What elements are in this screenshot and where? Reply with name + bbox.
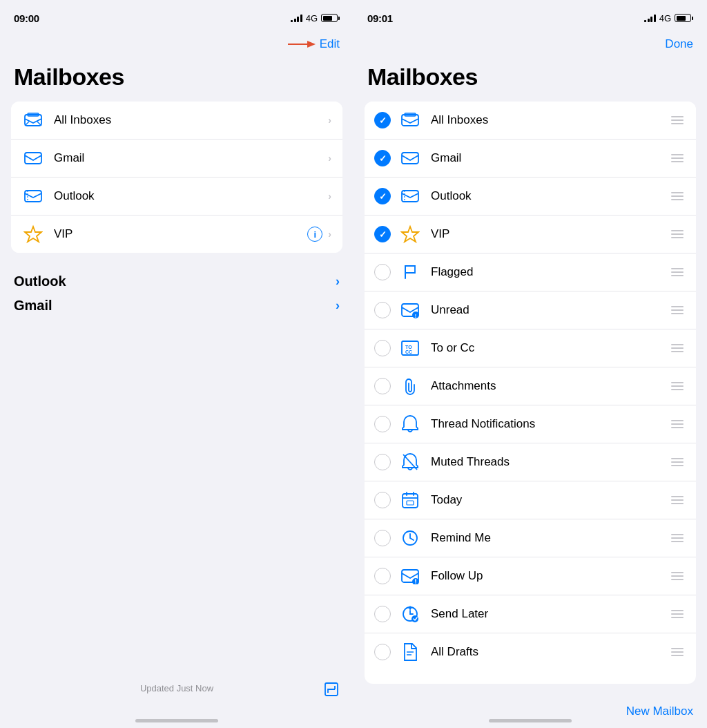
all-drafts-icon <box>399 642 421 662</box>
svg-point-28 <box>411 615 418 622</box>
svg-rect-21 <box>407 501 414 505</box>
check-attachments[interactable] <box>374 378 391 394</box>
battery-icon-right <box>675 14 693 22</box>
edit-item-thread-notifications[interactable]: Thread Notifications <box>365 405 696 443</box>
remind-icon <box>399 528 421 548</box>
drag-handle[interactable] <box>668 493 686 507</box>
drag-handle[interactable] <box>668 569 686 583</box>
check-muted[interactable] <box>374 454 391 470</box>
vip-edit-icon <box>399 224 421 244</box>
drag-handle[interactable] <box>668 455 686 469</box>
check-remind-me[interactable] <box>374 530 391 546</box>
done-button[interactable]: Done <box>665 37 693 51</box>
info-button[interactable]: i <box>307 227 322 242</box>
drag-handle[interactable] <box>668 227 686 241</box>
new-mailbox-bar: New Mailbox <box>354 695 707 728</box>
svg-marker-12 <box>402 227 418 242</box>
edit-item-all-drafts[interactable]: All Drafts <box>365 633 696 671</box>
signal-icon <box>291 14 302 22</box>
compose-button[interactable] <box>323 681 340 702</box>
thread-notif-icon <box>399 414 421 434</box>
drag-handle[interactable] <box>668 645 686 659</box>
battery-icon <box>321 14 340 22</box>
chevron-icon: › <box>328 229 331 240</box>
status-bar-left: 09:00 4G <box>0 0 354 30</box>
check-thread-notif[interactable] <box>374 416 391 432</box>
edit-item-remind-me[interactable]: Remind Me <box>365 519 696 557</box>
drag-handle[interactable] <box>668 113 686 127</box>
edit-item-send-later[interactable]: Send Later <box>365 595 696 633</box>
status-icons-left: 4G <box>291 13 340 23</box>
drag-handle[interactable] <box>668 265 686 279</box>
edit-item-muted-threads[interactable]: Muted Threads <box>365 443 696 481</box>
page-title-left: Mailboxes <box>0 61 354 102</box>
edit-item-attachments[interactable]: Attachments <box>365 367 696 405</box>
check-vip[interactable] <box>374 226 391 242</box>
svg-marker-1 <box>307 41 316 48</box>
account-outlook-chevron: › <box>336 274 340 289</box>
send-later-icon <box>399 604 421 624</box>
attachments-icon <box>399 376 421 396</box>
check-outlook[interactable] <box>374 188 391 204</box>
drag-handle[interactable] <box>668 417 686 431</box>
edit-label-remind-me: Remind Me <box>431 531 668 545</box>
check-today[interactable] <box>374 492 391 508</box>
network-right: 4G <box>659 13 671 23</box>
chevron-icon: › <box>328 153 331 164</box>
edit-button[interactable]: Edit <box>320 37 340 51</box>
check-follow-up[interactable] <box>374 568 391 584</box>
mailbox-item-outlook[interactable]: Outlook › <box>11 178 342 215</box>
arrow-icon <box>288 39 316 50</box>
mailbox-item-vip[interactable]: VIP i › <box>11 215 342 253</box>
right-panel: 09:01 4G Done Mailboxes <box>354 0 707 728</box>
edit-item-vip[interactable]: VIP <box>365 215 696 253</box>
check-gmail[interactable] <box>374 150 391 166</box>
edit-item-gmail[interactable]: Gmail <box>365 140 696 178</box>
check-send-later[interactable] <box>374 606 391 622</box>
drag-handle[interactable] <box>668 189 686 203</box>
edit-label-send-later: Send Later <box>431 607 668 621</box>
svg-text:TO: TO <box>405 345 412 349</box>
edit-label-gmail: Gmail <box>431 151 668 165</box>
edit-item-flagged[interactable]: Flagged <box>365 253 696 291</box>
edit-label-outlook: Outlook <box>431 189 668 203</box>
outlook-icon <box>22 186 44 206</box>
signal-icon-right <box>644 14 656 22</box>
account-outlook[interactable]: Outlook › <box>0 269 354 294</box>
edit-label-unread: Unread <box>431 303 668 317</box>
drag-handle[interactable] <box>668 341 686 355</box>
check-flagged[interactable] <box>374 264 391 280</box>
outlook-label: Outlook <box>54 189 328 203</box>
nav-bar-left: Edit <box>0 30 354 61</box>
drag-handle[interactable] <box>668 607 686 621</box>
vip-star-icon <box>22 224 44 244</box>
edit-item-follow-up[interactable]: Follow Up <box>365 557 696 595</box>
time-left: 09:00 <box>14 12 39 24</box>
edit-label-vip: VIP <box>431 227 668 241</box>
edit-item-all-inboxes[interactable]: All Inboxes <box>365 102 696 140</box>
svg-rect-4 <box>25 153 41 164</box>
check-to-cc[interactable] <box>374 340 391 356</box>
mailbox-item-all-inboxes[interactable]: All Inboxes › <box>11 102 342 140</box>
drag-handle[interactable] <box>668 379 686 393</box>
account-gmail[interactable]: Gmail › <box>0 294 354 318</box>
edit-item-unread[interactable]: ! Unread <box>365 291 696 329</box>
check-unread[interactable] <box>374 302 391 318</box>
drag-handle[interactable] <box>668 303 686 317</box>
drag-handle[interactable] <box>668 151 686 165</box>
edit-container: Edit <box>288 37 340 51</box>
edit-item-to-cc[interactable]: TO CC To or Cc <box>365 329 696 367</box>
gmail-label: Gmail <box>54 151 328 165</box>
drag-handle[interactable] <box>668 531 686 545</box>
mailbox-item-gmail[interactable]: Gmail › <box>11 140 342 178</box>
edit-item-today[interactable]: Today <box>365 481 696 519</box>
check-all-drafts[interactable] <box>374 644 391 660</box>
new-mailbox-button[interactable]: New Mailbox <box>626 705 693 718</box>
edit-item-outlook[interactable]: Outlook <box>365 178 696 215</box>
check-all-inboxes[interactable] <box>374 112 391 128</box>
edit-label-thread-notifications: Thread Notifications <box>431 417 668 431</box>
edit-label-all-inboxes: All Inboxes <box>431 113 668 127</box>
followup-icon <box>399 566 421 586</box>
all-inboxes-edit-icon <box>399 111 421 130</box>
left-panel: 09:00 4G <box>0 0 354 728</box>
